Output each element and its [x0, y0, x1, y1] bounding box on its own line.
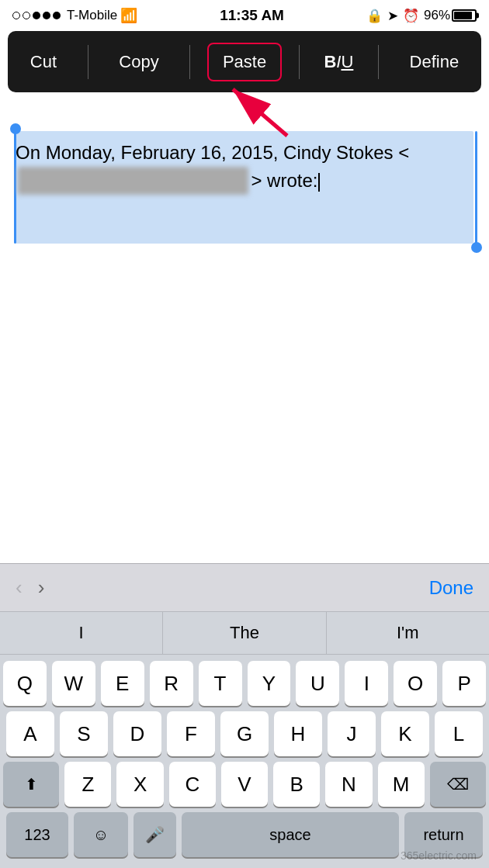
- done-button[interactable]: Done: [429, 577, 473, 599]
- battery-body: [452, 9, 477, 22]
- location-icon: ➤: [387, 8, 398, 24]
- key-h[interactable]: H: [274, 711, 322, 756]
- key-q[interactable]: Q: [3, 661, 47, 706]
- dot2: [23, 12, 30, 19]
- microphone-button[interactable]: 🎤: [134, 812, 176, 857]
- prev-arrow-button[interactable]: ‹: [16, 576, 23, 600]
- battery-fill: [454, 12, 472, 19]
- dot1: [12, 12, 20, 19]
- numbers-button[interactable]: 123: [6, 812, 68, 857]
- wifi-icon: 📶: [120, 7, 137, 24]
- keyboard-container: ‹ › Done I The I'm Q W E R T Y U I O P A…: [0, 563, 489, 868]
- autocomplete-i[interactable]: I: [0, 612, 162, 654]
- key-i[interactable]: I: [345, 661, 388, 706]
- battery-indicator: 96%: [424, 8, 477, 23]
- key-c[interactable]: C: [169, 762, 216, 807]
- next-arrow-button[interactable]: ›: [38, 576, 45, 600]
- key-f[interactable]: F: [167, 711, 215, 756]
- key-d[interactable]: D: [113, 711, 161, 756]
- battery-percent: 96%: [424, 8, 450, 23]
- key-e[interactable]: E: [101, 661, 144, 706]
- arrow-annotation: [210, 74, 303, 147]
- copy-button[interactable]: Copy: [105, 44, 172, 80]
- key-p[interactable]: P: [442, 661, 486, 706]
- key-row-1: Q W E R T Y U I O P: [3, 661, 486, 706]
- keyboard-toolbar: ‹ › Done: [0, 563, 489, 611]
- key-w[interactable]: W: [52, 661, 95, 706]
- space-button[interactable]: space: [182, 812, 399, 857]
- key-r[interactable]: R: [150, 661, 193, 706]
- key-z[interactable]: Z: [64, 762, 111, 807]
- biu-button[interactable]: BIU: [316, 44, 361, 80]
- blurred-email: cindy.stokes@example.com: [18, 167, 248, 195]
- divider-4: [378, 45, 379, 79]
- bold-label: B: [324, 52, 336, 71]
- key-o[interactable]: O: [394, 661, 437, 706]
- cursor-right: [475, 131, 477, 244]
- key-k[interactable]: K: [381, 711, 429, 756]
- autocomplete-im[interactable]: I'm: [326, 612, 489, 654]
- alarm-icon: ⏰: [403, 8, 419, 24]
- backspace-button[interactable]: ⌫: [430, 762, 486, 807]
- status-time: 11:35 AM: [220, 7, 284, 24]
- keyboard-rows: Q W E R T Y U I O P A S D F G H J K L ⬆ …: [0, 655, 489, 868]
- email-content: On Monday, February 16, 2015, Cindy Stok…: [16, 139, 473, 195]
- key-j[interactable]: J: [328, 711, 376, 756]
- lock-icon: 🔒: [366, 8, 383, 24]
- carrier-label: T-Mobile: [67, 8, 117, 23]
- autocomplete-the[interactable]: The: [162, 612, 325, 654]
- divider-1: [88, 45, 88, 79]
- email-text-main: On Monday, February 16, 2015, Cindy Stok…: [16, 142, 409, 191]
- toolbar-nav: ‹ ›: [16, 576, 44, 600]
- key-n[interactable]: N: [325, 762, 372, 807]
- watermark: 365electric.com: [401, 849, 477, 862]
- key-row-3: ⬆ Z X C V B N M ⌫: [3, 762, 486, 807]
- key-y[interactable]: Y: [248, 661, 291, 706]
- define-button[interactable]: Define: [396, 44, 473, 80]
- text-cursor: [318, 173, 320, 192]
- emoji-button[interactable]: ☺: [74, 812, 128, 857]
- key-g[interactable]: G: [220, 711, 269, 756]
- autocomplete-bar: I The I'm: [0, 611, 489, 655]
- shift-button[interactable]: ⬆: [3, 762, 59, 807]
- svg-line-1: [233, 89, 287, 136]
- key-v[interactable]: V: [221, 762, 268, 807]
- divider-2: [189, 45, 190, 79]
- key-b[interactable]: B: [273, 762, 320, 807]
- underline-label: U: [341, 52, 353, 71]
- key-m[interactable]: M: [378, 762, 425, 807]
- status-bar: T-Mobile 📶 11:35 AM 🔒 ➤ ⏰ 96%: [0, 0, 489, 31]
- key-s[interactable]: S: [60, 711, 108, 756]
- key-a[interactable]: A: [6, 711, 54, 756]
- key-row-2: A S D F G H J K L: [3, 711, 486, 756]
- status-right: 🔒 ➤ ⏰ 96%: [366, 8, 477, 24]
- key-l[interactable]: L: [435, 711, 483, 756]
- key-t[interactable]: T: [199, 661, 242, 706]
- cut-button[interactable]: Cut: [16, 44, 71, 80]
- dot3: [33, 12, 40, 19]
- dot4: [43, 12, 50, 19]
- key-u[interactable]: U: [296, 661, 339, 706]
- dot5: [53, 12, 61, 19]
- status-left: T-Mobile 📶: [12, 7, 137, 24]
- signal-dots: [12, 12, 61, 19]
- key-x[interactable]: X: [116, 762, 163, 807]
